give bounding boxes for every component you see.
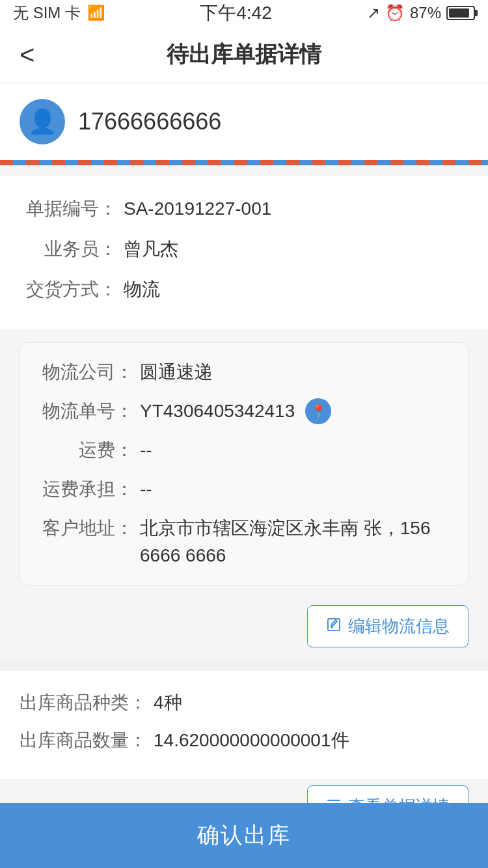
edit-logistics-container: 编辑物流信息 <box>0 599 488 660</box>
tracking-location-icon[interactable]: 📍 <box>305 398 331 424</box>
goods-types-row: 出库商品种类： 4种 <box>20 690 468 715</box>
user-phone: 17666666666 <box>78 108 221 135</box>
freight-bear-row: 运费承担： -- <box>36 476 452 503</box>
back-button[interactable]: < <box>20 42 34 68</box>
dashed-divider <box>0 160 488 165</box>
order-info-section: 单据编号： SA-20191227-001 业务员： 曾凡杰 交货方式： 物流 <box>0 176 488 329</box>
logistics-number-label: 物流单号： <box>36 398 133 425</box>
freight-row: 运费： -- <box>36 437 452 464</box>
logistics-card: 物流公司： 圆通速递 物流单号： YT4306405342413 📍 运费： -… <box>20 342 468 586</box>
status-left: 无 SIM 卡 📶 <box>13 3 105 23</box>
battery-icon <box>446 6 475 20</box>
logistics-company-value: 圆通速递 <box>140 359 452 386</box>
order-number-value: SA-20191227-001 <box>124 195 468 223</box>
edit-icon <box>326 617 342 636</box>
location-indicator-icon: ↗ <box>367 4 380 22</box>
freight-value: -- <box>140 437 452 464</box>
order-number-label: 单据编号： <box>20 195 117 223</box>
goods-quantity-value: 14.620000000000001件 <box>154 728 349 753</box>
confirm-button[interactable]: 确认出库 <box>0 803 488 868</box>
logistics-number-value: YT4306405342413 📍 <box>140 398 452 425</box>
goods-types-label: 出库商品种类： <box>20 690 147 715</box>
delivery-method-row: 交货方式： 物流 <box>20 276 468 303</box>
salesperson-label: 业务员： <box>20 236 117 263</box>
alarm-icon: ⏰ <box>385 4 405 22</box>
status-bar: 无 SIM 卡 📶 下午4:42 ↗ ⏰ 87% <box>0 0 488 26</box>
battery-percent: 87% <box>410 4 441 22</box>
freight-bear-label: 运费承担： <box>36 476 133 503</box>
nav-bar: < 待出库单据详情 <box>0 26 488 83</box>
freight-bear-value: -- <box>140 476 452 503</box>
avatar-icon: 👤 <box>28 108 57 135</box>
address-value: 北京市市辖区海淀区永丰南 张，156 6666 6666 <box>140 515 452 569</box>
edit-logistics-button[interactable]: 编辑物流信息 <box>307 605 468 647</box>
wifi-icon: 📶 <box>87 5 105 21</box>
logistics-company-row: 物流公司： 圆通速递 <box>36 359 452 386</box>
logistics-company-label: 物流公司： <box>36 359 133 386</box>
order-number-row: 单据编号： SA-20191227-001 <box>20 195 468 223</box>
address-row: 客户地址： 北京市市辖区海淀区永丰南 张，156 6666 6666 <box>36 515 452 569</box>
address-label: 客户地址： <box>36 515 133 542</box>
carrier-text: 无 SIM 卡 <box>13 3 81 23</box>
goods-section: 出库商品种类： 4种 出库商品数量： 14.620000000000001件 <box>0 671 488 779</box>
status-right: ↗ ⏰ 87% <box>367 4 475 22</box>
goods-quantity-label: 出库商品数量： <box>20 728 147 753</box>
confirm-label: 确认出库 <box>197 821 291 850</box>
goods-types-value: 4种 <box>154 690 182 715</box>
salesperson-value: 曾凡杰 <box>124 236 468 263</box>
user-section: 👤 17666666666 <box>0 83 488 160</box>
section-divider <box>0 660 488 671</box>
goods-quantity-row: 出库商品数量： 14.620000000000001件 <box>20 728 468 753</box>
logistics-number-row: 物流单号： YT4306405342413 📍 <box>36 398 452 425</box>
salesperson-row: 业务员： 曾凡杰 <box>20 236 468 263</box>
page-title: 待出库单据详情 <box>167 40 321 70</box>
edit-logistics-label: 编辑物流信息 <box>348 615 450 638</box>
delivery-label: 交货方式： <box>20 276 117 303</box>
avatar: 👤 <box>20 99 65 144</box>
status-time: 下午4:42 <box>200 1 272 25</box>
freight-label: 运费： <box>36 437 133 464</box>
delivery-value: 物流 <box>124 276 468 303</box>
